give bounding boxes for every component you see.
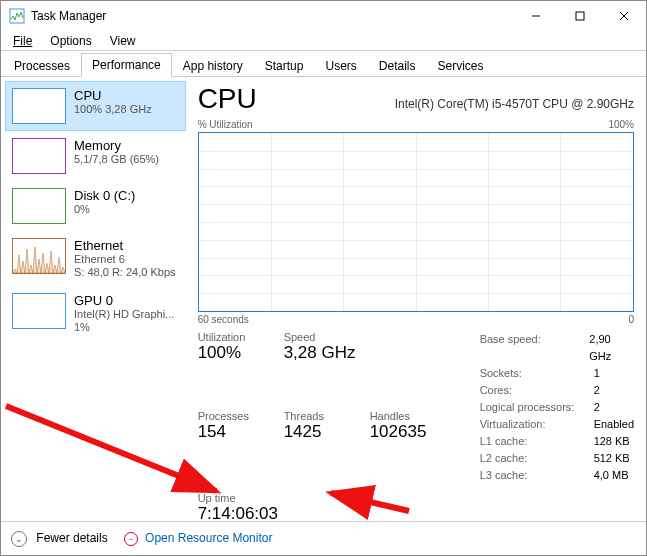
disk-thumb-icon — [12, 188, 66, 224]
sidebar-item-sub: 100% 3,28 GHz — [74, 103, 152, 116]
titlebar: Task Manager — [1, 1, 646, 31]
chart-ymax: 100% — [608, 119, 634, 130]
utilization-label: Utilization — [198, 331, 284, 343]
tabbar: Processes Performance App history Startu… — [1, 51, 646, 77]
tab-app-history[interactable]: App history — [172, 54, 254, 77]
sidebar-item-label: Ethernet — [74, 238, 176, 253]
chart-ylabel: % Utilization — [198, 119, 253, 130]
sidebar-item-label: Memory — [74, 138, 159, 153]
tab-performance[interactable]: Performance — [81, 53, 172, 77]
tab-processes[interactable]: Processes — [3, 54, 81, 77]
menu-view[interactable]: View — [102, 32, 144, 50]
window-title: Task Manager — [31, 9, 106, 23]
app-icon — [9, 8, 25, 24]
cores-key: Cores: — [480, 382, 594, 399]
sockets-value: 1 — [594, 365, 600, 382]
close-button[interactable] — [602, 1, 646, 31]
sidebar-item-label: CPU — [74, 88, 152, 103]
cpu-thumb-icon — [12, 88, 66, 124]
sidebar-item-label: GPU 0 — [74, 293, 174, 308]
l2cache-value: 512 KB — [594, 450, 630, 467]
open-resource-monitor-label: Open Resource Monitor — [145, 531, 272, 545]
l3cache-value: 4,0 MB — [594, 467, 629, 484]
chevron-down-icon: ⌄ — [11, 531, 27, 547]
speed-value: 3,28 GHz — [284, 343, 370, 363]
task-manager-window: Task Manager File Options View Processes… — [0, 0, 647, 556]
base-speed-value: 2,90 GHz — [589, 331, 634, 365]
l1cache-key: L1 cache: — [480, 433, 594, 450]
handles-label: Handles — [370, 410, 450, 422]
tab-details[interactable]: Details — [368, 54, 427, 77]
footer: ⌄ Fewer details ~ Open Resource Monitor — [1, 521, 646, 555]
uptime-label: Up time — [198, 492, 634, 504]
sidebar-item-sub: 5,1/7,8 GB (65%) — [74, 153, 159, 166]
utilization-chart[interactable] — [198, 132, 634, 312]
stats-left: Utilization 100% Speed 3,28 GHz Processe… — [198, 331, 450, 484]
processor-name: Intel(R) Core(TM) i5-4570T CPU @ 2.90GHz — [395, 97, 634, 111]
chart-xlabel: 60 seconds — [198, 314, 249, 325]
l1cache-value: 128 KB — [594, 433, 630, 450]
sidebar-item-cpu[interactable]: CPU 100% 3,28 GHz — [5, 81, 186, 131]
speed-label: Speed — [284, 331, 370, 343]
menubar: File Options View — [1, 31, 646, 51]
sidebar-item-memory[interactable]: Memory 5,1/7,8 GB (65%) — [5, 131, 186, 181]
processes-label: Processes — [198, 410, 284, 422]
menu-options[interactable]: Options — [42, 32, 99, 50]
threads-label: Threads — [284, 410, 370, 422]
gpu-thumb-icon — [12, 293, 66, 329]
sidebar-item-disk0[interactable]: Disk 0 (C:) 0% — [5, 181, 186, 231]
open-resource-monitor-link[interactable]: ~ Open Resource Monitor — [124, 531, 273, 547]
stats-right: Base speed:2,90 GHz Sockets:1 Cores:2 Lo… — [480, 331, 634, 484]
virtualization-value: Enabled — [594, 416, 634, 433]
tab-startup[interactable]: Startup — [254, 54, 315, 77]
base-speed-key: Base speed: — [480, 331, 590, 365]
virtualization-key: Virtualization: — [480, 416, 594, 433]
menu-file[interactable]: File — [5, 32, 40, 50]
threads-value: 1425 — [284, 422, 370, 442]
utilization-value: 100% — [198, 343, 284, 363]
detail-title: CPU — [198, 83, 257, 115]
tab-services[interactable]: Services — [427, 54, 495, 77]
minimize-button[interactable] — [514, 1, 558, 31]
tab-users[interactable]: Users — [314, 54, 367, 77]
logical-value: 2 — [594, 399, 600, 416]
uptime-value: 7:14:06:03 — [198, 504, 634, 524]
sidebar-item-ethernet[interactable]: Ethernet Ethernet 6 S: 48,0 R: 24,0 Kbps — [5, 231, 186, 286]
logical-key: Logical processors: — [480, 399, 594, 416]
cores-value: 2 — [594, 382, 600, 399]
sidebar: CPU 100% 3,28 GHz Memory 5,1/7,8 GB (65%… — [1, 77, 188, 521]
content: CPU 100% 3,28 GHz Memory 5,1/7,8 GB (65%… — [1, 77, 646, 521]
sidebar-item-sub: Intel(R) HD Graphi... — [74, 308, 174, 321]
processes-value: 154 — [198, 422, 284, 442]
svg-rect-2 — [576, 12, 584, 20]
sidebar-item-sub2: S: 48,0 R: 24,0 Kbps — [74, 266, 176, 279]
sidebar-item-gpu0[interactable]: GPU 0 Intel(R) HD Graphi... 1% — [5, 286, 186, 341]
l2cache-key: L2 cache: — [480, 450, 594, 467]
sidebar-item-sub2: 1% — [74, 321, 174, 334]
maximize-button[interactable] — [558, 1, 602, 31]
sidebar-item-sub: 0% — [74, 203, 135, 216]
resource-monitor-icon: ~ — [124, 532, 138, 546]
l3cache-key: L3 cache: — [480, 467, 594, 484]
detail-panel: CPU Intel(R) Core(TM) i5-4570T CPU @ 2.9… — [188, 77, 646, 521]
memory-thumb-icon — [12, 138, 66, 174]
sockets-key: Sockets: — [480, 365, 594, 382]
sidebar-item-sub: Ethernet 6 — [74, 253, 176, 266]
ethernet-thumb-icon — [12, 238, 66, 274]
handles-value: 102635 — [370, 422, 450, 442]
chart-xright: 0 — [628, 314, 634, 325]
fewer-details-label: Fewer details — [36, 531, 107, 545]
fewer-details-button[interactable]: ⌄ Fewer details — [11, 531, 108, 547]
sidebar-item-label: Disk 0 (C:) — [74, 188, 135, 203]
chart-grid — [199, 133, 633, 311]
